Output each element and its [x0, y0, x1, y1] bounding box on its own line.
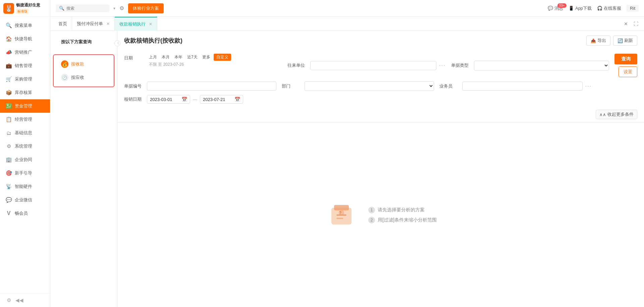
- refresh-button[interactable]: 🔄 刷新: [613, 36, 637, 46]
- filter-row-3: 核销日期 📅 — 📅: [117, 93, 644, 107]
- inventory-icon: 📦: [5, 89, 12, 96]
- salesperson-dots[interactable]: ···: [585, 83, 592, 89]
- tab-prepay-label: 预付冲应付单: [77, 21, 103, 27]
- page-title-row: 收款核销执行(按收款) 📤 导出 🔄 刷新: [117, 31, 644, 46]
- tab-close-all-icon[interactable]: ✕: [621, 19, 631, 29]
- message-icon-item[interactable]: 💬 消息 99+: [548, 5, 563, 11]
- message-badge: 99+: [557, 3, 567, 8]
- verify-date-filter-group: 核销日期 📅 — 📅: [124, 95, 243, 104]
- empty-illustration: ?: [325, 198, 358, 232]
- collapse-sidebar-icon[interactable]: ◀◀: [16, 297, 23, 304]
- user-avatar[interactable]: Rit: [627, 5, 639, 12]
- receipt-icon: 💰: [61, 60, 68, 68]
- collapse-more-button[interactable]: ∧∧ 收起更多条件: [596, 110, 637, 119]
- topbar-search-box[interactable]: 🔍: [56, 4, 109, 12]
- settings-footer-icon[interactable]: ⚙: [5, 297, 12, 304]
- topbar-dropdown-icon[interactable]: ▾: [113, 6, 115, 11]
- content-area: 按以下方案查询 《 💰 按收款 🕐 按应收 收款核销执行(按收款): [50, 31, 644, 307]
- tab-expand-icon[interactable]: ⛶: [631, 19, 641, 29]
- date-tab-custom[interactable]: 自定义: [214, 54, 231, 61]
- app-logo: 🐰 畅捷通好生意 标准版: [0, 0, 50, 17]
- left-panel: 按以下方案查询 《 💰 按收款 🕐 按应收: [50, 31, 117, 307]
- logo-text-wrapper: 畅捷通好生意 标准版: [16, 2, 40, 14]
- export-button[interactable]: 📤 导出: [586, 36, 610, 46]
- solution-button[interactable]: 体验行业方案: [128, 3, 164, 13]
- sidebar-item-sales-label: 销售管理: [15, 63, 32, 69]
- left-panel-item-by-receipt[interactable]: 💰 按收款: [56, 58, 112, 70]
- tip-num-2: 2: [368, 217, 375, 223]
- verify-date-start-wrapper[interactable]: 📅: [147, 95, 190, 104]
- sidebar-item-sales[interactable]: 💼 销售管理: [0, 59, 50, 72]
- sidebar-item-inventory[interactable]: 📦 库存核算: [0, 86, 50, 99]
- salesperson-filter-label: 业务员: [439, 83, 460, 89]
- sidebar-item-hardware-label: 智能硬件: [15, 184, 32, 190]
- tab-home[interactable]: 首页: [54, 17, 72, 31]
- tab-prepay-close[interactable]: ✕: [106, 21, 110, 26]
- sidebar-item-system[interactable]: ⚙ 系统管理: [0, 140, 50, 153]
- marketing-icon: 📣: [5, 49, 12, 56]
- salesperson-input[interactable]: [462, 82, 583, 91]
- dept-filter-label: 部门: [282, 83, 302, 89]
- order-no-filter-group: 单据编号: [124, 82, 276, 91]
- date-tab-this-month[interactable]: 本月: [160, 54, 171, 61]
- online-service-label: 在线客服: [604, 5, 621, 11]
- settings-button[interactable]: 设置: [619, 66, 637, 77]
- dept-filter-group: 部门: [282, 81, 434, 91]
- sidebar-item-wechat[interactable]: 💬 企业微信: [0, 193, 50, 207]
- date-tabs-row: 上月 本月 本年 近7天 更多 自定义: [148, 54, 231, 61]
- topbar: 🔍 ▾ ⚙ 体验行业方案 💬 消息 99+ 📱 App下载 🎧 在线客服 Rit: [50, 0, 644, 17]
- verify-date-label: 核销日期: [124, 96, 144, 102]
- online-service-item[interactable]: 🎧 在线客服: [597, 5, 621, 11]
- svg-rect-3: [336, 218, 343, 219]
- left-panel-item-receipt-label: 按收款: [71, 61, 84, 67]
- sidebar-item-guide[interactable]: 🎯 新手引导: [0, 166, 50, 180]
- partner-input[interactable]: [310, 61, 436, 70]
- empty-tip-2: 2 用[过滤]条件来缩小分析范围: [368, 217, 437, 223]
- date-tab-more[interactable]: 更多: [201, 54, 212, 61]
- order-type-select[interactable]: [474, 61, 609, 70]
- verify-date-end-input[interactable]: [203, 97, 233, 102]
- date-tab-this-year[interactable]: 本年: [173, 54, 184, 61]
- topbar-gear-icon[interactable]: ⚙: [119, 5, 124, 11]
- tab-receivable[interactable]: 收款核销执行 ✕: [115, 17, 157, 31]
- app-download-label: App下载: [575, 5, 592, 11]
- tab-receivable-close[interactable]: ✕: [149, 22, 152, 27]
- refresh-icon: 🔄: [618, 38, 623, 43]
- order-type-filter-group: 单据类型: [451, 54, 609, 77]
- date-filter-group: 日期 上月 本月 本年 近7天 更多 自定义 不限 至 2023-07-26: [124, 54, 282, 77]
- sidebar-item-wechat-label: 企业微信: [15, 197, 32, 203]
- verify-date-end-wrapper[interactable]: 📅: [200, 95, 243, 104]
- verify-date-start-calendar-icon[interactable]: 📅: [181, 97, 187, 102]
- sidebar-item-basic[interactable]: 🗂 基础信息: [0, 126, 50, 140]
- sidebar-item-quicknav[interactable]: 🏠 快捷导航: [0, 32, 50, 46]
- collapse-panel-icon[interactable]: 《: [114, 40, 120, 46]
- tab-prepay[interactable]: 预付冲应付单 ✕: [72, 17, 115, 31]
- date-tab-last-month[interactable]: 上月: [148, 54, 158, 61]
- service-icon: 🎧: [597, 6, 602, 11]
- sidebar-item-member[interactable]: V 畅会员: [0, 207, 50, 220]
- sidebar-item-finance-label: 资金管理: [15, 103, 32, 109]
- sidebar-item-finance[interactable]: 💹 资金管理: [0, 99, 50, 113]
- query-button[interactable]: 查询: [614, 54, 637, 64]
- order-no-input[interactable]: [147, 82, 276, 91]
- verify-date-end-calendar-icon[interactable]: 📅: [234, 97, 240, 102]
- sidebar-item-purchase[interactable]: 🛒 采购管理: [0, 72, 50, 86]
- sidebar-item-hardware[interactable]: 📡 智能硬件: [0, 180, 50, 193]
- logo-icon: 🐰: [3, 3, 14, 14]
- sidebar-item-enterprise[interactable]: 🏢 企业协同: [0, 153, 50, 166]
- left-panel-item-receivable-label: 按应收: [71, 74, 84, 81]
- sidebar-item-marketing[interactable]: 📣 营销推广: [0, 46, 50, 59]
- dept-select[interactable]: [305, 81, 434, 91]
- left-panel-item-by-receivable[interactable]: 🕐 按应收: [56, 71, 112, 84]
- date-tab-7days[interactable]: 近7天: [186, 54, 199, 61]
- topbar-search-input[interactable]: [66, 6, 103, 11]
- sidebar-item-search[interactable]: 🔍 搜索菜单: [0, 19, 50, 32]
- partner-dots[interactable]: ···: [439, 62, 445, 68]
- receivable-icon: 🕐: [61, 74, 68, 81]
- order-type-filter-label: 单据类型: [451, 62, 471, 68]
- filter-row-1: 日期 上月 本月 本年 近7天 更多 自定义 不限 至 2023-07-26: [117, 50, 644, 79]
- collapse-label: 收起更多条件: [607, 111, 634, 117]
- sidebar-item-operations[interactable]: 📋 经营管理: [0, 113, 50, 126]
- verify-date-start-input[interactable]: [150, 97, 180, 102]
- app-download-item[interactable]: 📱 App下载: [569, 5, 592, 11]
